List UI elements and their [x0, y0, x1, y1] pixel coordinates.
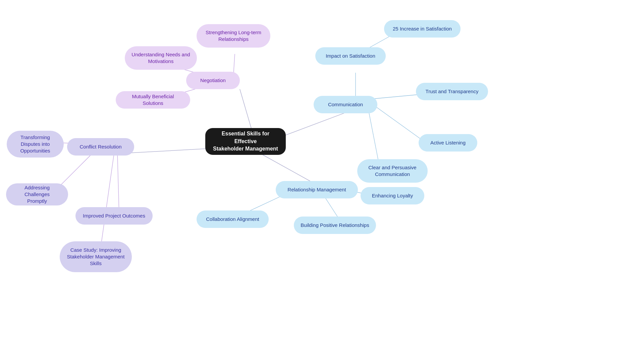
negotiation-label: Negotiation	[200, 77, 226, 84]
strengthening-node: Strengthening Long-term Relationships	[197, 24, 270, 48]
impact-satisfaction-label: Impact on Satisfaction	[326, 53, 375, 59]
relationship-management-label: Relationship Management	[287, 186, 346, 193]
relationship-management-node: Relationship Management	[276, 181, 358, 198]
transforming-node: Transforming Disputes into Opportunities	[7, 131, 64, 158]
collaboration-label: Collaboration Alignment	[206, 216, 259, 223]
conflict-resolution-label: Conflict Resolution	[79, 143, 121, 150]
center-label: Essential Skills for Effective Stakehold…	[211, 130, 280, 153]
understanding-label: Understanding Needs and Motivations	[131, 51, 190, 65]
clear-persuasive-node: Clear and Persuasive Communication	[357, 159, 428, 183]
conflict-resolution-node: Conflict Resolution	[67, 138, 134, 156]
impact-satisfaction-node: Impact on Satisfaction	[315, 47, 386, 65]
strengthening-label: Strengthening Long-term Relationships	[206, 29, 261, 43]
case-study-node: Case Study: Improving Stakeholder Manage…	[60, 241, 132, 272]
collaboration-node: Collaboration Alignment	[197, 210, 269, 228]
enhancing-loyalty-node: Enhancing Loyalty	[361, 187, 424, 204]
active-listening-label: Active Listening	[430, 139, 466, 146]
mutually-node: Mutually Beneficial Solutions	[116, 91, 190, 109]
improved-node: Improved Project Outcomes	[75, 207, 153, 225]
svg-line-13	[376, 107, 426, 143]
transforming-label: Transforming Disputes into Opportunities	[13, 134, 58, 155]
enhancing-loyalty-label: Enhancing Loyalty	[372, 192, 413, 199]
addressing-node: Addressing Challenges Promptly	[6, 183, 68, 205]
svg-line-9	[117, 153, 119, 213]
addressing-label: Addressing Challenges Promptly	[12, 184, 62, 205]
building-positive-node: Building Positive Relationships	[294, 217, 376, 234]
svg-line-14	[369, 113, 379, 164]
increase-satisfaction-label: 25 Increase in Satisfaction	[393, 25, 452, 32]
trust-transparency-node: Trust and Transparency	[416, 83, 488, 100]
building-positive-label: Building Positive Relationships	[301, 222, 369, 229]
understanding-node: Understanding Needs and Motivations	[125, 46, 197, 70]
communication-node: Communication	[314, 96, 377, 113]
negotiation-node: Negotiation	[186, 72, 240, 89]
svg-line-12	[372, 94, 423, 99]
clear-persuasive-label: Clear and Persuasive Communication	[368, 164, 416, 178]
center-node: Essential Skills for Effective Stakehold…	[205, 128, 286, 155]
active-listening-node: Active Listening	[419, 134, 477, 152]
case-study-label: Case Study: Improving Stakeholder Manage…	[67, 247, 125, 267]
improved-label: Improved Project Outcomes	[83, 213, 145, 219]
increase-satisfaction-node: 25 Increase in Satisfaction	[384, 20, 461, 38]
mutually-label: Mutually Beneficial Solutions	[122, 93, 184, 107]
communication-label: Communication	[328, 101, 363, 108]
trust-transparency-label: Trust and Transparency	[426, 88, 479, 95]
